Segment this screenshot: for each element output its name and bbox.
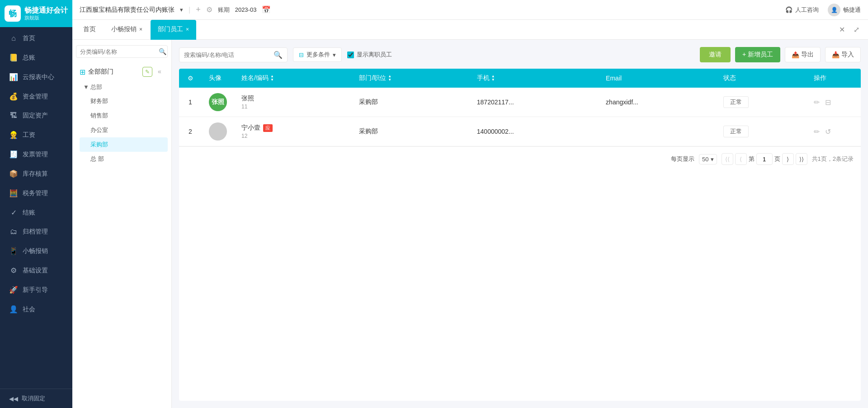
page-label: 第 [749, 155, 755, 163]
toolbar-right: 邀请 + 新增员工 📤 导出 📥 导入 [700, 47, 861, 62]
th-name-code[interactable]: 姓名/编码 ▲▼ [234, 69, 352, 88]
sidebar-item-tax[interactable]: 🧮 税务管理 [0, 183, 72, 203]
chevron-down-icon: ▾ [711, 156, 714, 163]
sidebar-item-social[interactable]: 👤 社会 [0, 300, 72, 319]
tab-expense[interactable]: 小畅报销 × [104, 20, 150, 40]
employee-table-container: ⚙ 头像 姓名/编码 ▲▼ 部门/职位 [179, 69, 861, 401]
sidebar-item-ledger[interactable]: 📒 总账 [0, 48, 72, 67]
all-dept-header[interactable]: ⊞ 全部部门 ✎ « [76, 63, 168, 80]
import-button[interactable]: 📥 导入 [825, 47, 861, 62]
tabs-right: ✕ ⤢ [835, 23, 868, 36]
sidebar-item-guide[interactable]: 🚀 新手引导 [0, 280, 72, 300]
calendar-icon[interactable]: 📅 [262, 5, 271, 14]
settlement-icon: ✓ [9, 208, 18, 217]
sidebar-label-social: 社会 [23, 305, 35, 314]
dept-item-general[interactable]: 总 部 [80, 152, 168, 166]
th-settings[interactable]: ⚙ [179, 69, 202, 88]
employee-table: ⚙ 头像 姓名/编码 ▲▼ 部门/职位 [179, 69, 861, 146]
edit-icon-1[interactable]: ✏ [814, 98, 820, 107]
sidebar-item-settlement[interactable]: ✓ 结账 [0, 203, 72, 222]
tab-dept[interactable]: 部门员工 × [151, 20, 196, 40]
row2-name: 宁小壹 应 12 [234, 117, 352, 146]
period-value: 2023-03 [235, 6, 257, 13]
show-resigned-checkbox-label[interactable]: 显示离职员工 [347, 51, 392, 59]
tab-expense-label: 小畅报销 [111, 25, 137, 33]
tab-home[interactable]: 首页 [76, 20, 103, 40]
emp-name-2: 宁小壹 [241, 124, 260, 132]
guide-icon: 🚀 [9, 286, 18, 294]
row2-dept: 采购部 [352, 117, 469, 146]
refresh-icon-2[interactable]: ↺ [825, 127, 831, 136]
emp-code-2: 12 [241, 133, 344, 139]
sidebar-item-assets[interactable]: 🏗 固定资产 [0, 106, 72, 125]
invite-button[interactable]: 邀请 [700, 47, 731, 62]
dept-tree: ▼ 总部 财务部 销售部 办公室 采购部 总 部 [76, 80, 168, 167]
tab-expense-close[interactable]: × [139, 26, 142, 33]
first-page-button[interactable]: ⟨⟨ [722, 153, 733, 165]
sidebar-item-settings[interactable]: ⚙ 基础设置 [0, 261, 72, 280]
row1-avatar: 张照 [202, 88, 234, 117]
collapse-button[interactable]: « [155, 67, 164, 76]
sidebar-item-inventory[interactable]: 📦 库存核算 [0, 164, 72, 183]
logo-area: 畅 畅捷通好会计 旗舰版 [0, 0, 72, 27]
dept-item-finance[interactable]: 财务部 [80, 94, 168, 108]
sidebar-nav: ⌂ 首页 📒 总账 📊 云报表中心 💰 资金管理 🏗 固定资产 👷 工资 🧾 发… [0, 27, 72, 389]
th-email: Email [599, 69, 716, 88]
service-button[interactable]: 🎧 人工咨询 [785, 6, 819, 14]
dept-search-icon[interactable]: 🔍 [159, 48, 166, 55]
period-label: 账期 [218, 6, 230, 14]
th-phone[interactable]: 手机 ▲▼ [470, 69, 599, 88]
dept-item-purchase[interactable]: 采购部 [80, 137, 168, 152]
unpin-button[interactable]: ◀◀ 取消固定 [0, 389, 72, 408]
tab-dept-close[interactable]: × [186, 26, 189, 33]
sidebar-item-home[interactable]: ⌂ 首页 [0, 29, 72, 48]
status-badge-2: 正常 [723, 126, 749, 137]
logout-icon-1[interactable]: ⊟ [825, 98, 831, 107]
employee-search-box[interactable]: 🔍 [179, 47, 288, 62]
dept-item-sales[interactable]: 销售部 [80, 108, 168, 123]
close-tab-button[interactable]: ✕ [835, 23, 848, 36]
export-icon: 📤 [792, 51, 799, 58]
sidebar-item-invoice[interactable]: 🧾 发票管理 [0, 145, 72, 164]
sidebar-item-payroll[interactable]: 👷 工资 [0, 125, 72, 145]
sidebar-item-finance[interactable]: 💰 资金管理 [0, 87, 72, 106]
page-input[interactable] [756, 153, 773, 165]
right-content: 🔍 ⊟ 更多条件 ▾ 显示离职员工 邀请 + 新增员工 📤 导出 [172, 40, 868, 408]
dept-edit-button[interactable]: ✎ [142, 67, 152, 77]
avatar-zhang: 张照 [209, 93, 227, 111]
next-page-button[interactable]: ⟩ [782, 153, 794, 165]
show-resigned-checkbox[interactable] [347, 52, 354, 58]
sidebar-label-ledger: 总账 [23, 54, 35, 62]
prev-page-button[interactable]: ⟨ [735, 153, 747, 165]
user-info[interactable]: 👤 畅捷通 [828, 4, 861, 16]
settings-button[interactable]: ⚙ [206, 5, 212, 14]
per-page-select[interactable]: 50 ▾ [699, 154, 717, 164]
sidebar-item-archive[interactable]: 🗂 归档管理 [0, 222, 72, 241]
dept-actions: ✎ « [142, 67, 164, 77]
edit-icon-2[interactable]: ✏ [814, 127, 820, 136]
company-dropdown[interactable]: ▾ [180, 6, 183, 13]
sidebar-item-expense[interactable]: 📱 小畅报销 [0, 241, 72, 261]
employee-search-input[interactable] [184, 52, 270, 58]
sidebar-label-home: 首页 [23, 34, 35, 42]
table-header-row: ⚙ 头像 姓名/编码 ▲▼ 部门/职位 [179, 69, 861, 88]
table-row: 2 宁小壹 应 12 [179, 117, 861, 146]
inventory-icon: 📦 [9, 169, 18, 178]
unpin-label: 取消固定 [22, 394, 45, 403]
dept-search-input[interactable] [80, 48, 156, 55]
th-dept-pos[interactable]: 部门/职位 ▲▼ [352, 69, 469, 88]
last-page-button[interactable]: ⟩⟩ [796, 153, 807, 165]
per-page-value: 50 [702, 156, 708, 163]
table-row: 1 张照 张照 11 采购部 187202117.. [179, 88, 861, 117]
maximize-button[interactable]: ⤢ [850, 23, 863, 36]
export-button[interactable]: 📤 导出 [785, 47, 821, 62]
add-employee-button[interactable]: + 新增员工 [735, 47, 780, 62]
filter-button[interactable]: ⊟ 更多条件 ▾ [293, 47, 342, 62]
search-icon[interactable]: 🔍 [274, 51, 283, 59]
dept-item-office[interactable]: 办公室 [80, 123, 168, 137]
dept-search-box[interactable]: 🔍 [76, 45, 168, 58]
sidebar-item-reports[interactable]: 📊 云报表中心 [0, 67, 72, 87]
chevron-down-icon: ▾ [333, 52, 336, 58]
add-company-button[interactable]: + [196, 5, 201, 14]
dept-parent-hq[interactable]: ▼ 总部 [80, 80, 168, 94]
